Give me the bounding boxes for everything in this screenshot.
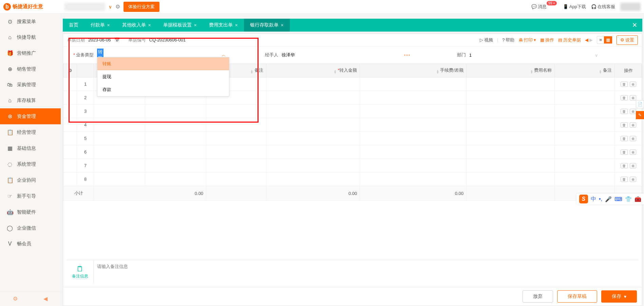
table-row[interactable]: 6🗑⊕ — [63, 145, 642, 159]
operate-link[interactable]: ▦操作 — [540, 37, 554, 43]
close-all-tabs-icon[interactable]: ✕ — [627, 21, 642, 29]
tab-4[interactable]: 费用支出单✕ — [203, 19, 244, 32]
table-row[interactable]: 4🗑⊕ — [63, 118, 642, 132]
add-row-icon[interactable]: ⊕ — [630, 136, 636, 141]
more-dots-icon[interactable]: ••• — [404, 53, 411, 58]
delete-row-icon[interactable]: 🗑 — [621, 136, 628, 141]
tab-3[interactable]: 单据模板设置✕ — [157, 19, 203, 32]
sidebar-item-6[interactable]: ⊛资金管理 — [0, 108, 61, 124]
next-arrow-icon[interactable]: ▶ — [589, 37, 593, 42]
online-service-link[interactable]: 🎧 在线客服 — [591, 4, 615, 10]
tab-0[interactable]: 首页 — [63, 19, 84, 32]
sidebar-item-7[interactable]: 📋经营管理 — [0, 124, 61, 140]
ime-lang[interactable]: 中 — [591, 196, 596, 203]
th-gear[interactable]: ⚙ — [63, 64, 77, 77]
messages-link[interactable]: 💬 消息 99 + — [531, 4, 558, 10]
tab-close-icon[interactable]: ✕ — [235, 23, 238, 28]
add-row-icon[interactable]: ⊕ — [630, 163, 636, 168]
prev-arrow-icon[interactable]: ◀ — [585, 37, 588, 42]
sidebar-item-9[interactable]: ◌系统管理 — [0, 156, 61, 172]
sidebar-item-13[interactable]: ◯企业微信 — [0, 220, 61, 236]
help-link[interactable]: ?帮助 — [502, 37, 514, 43]
delete-row-icon[interactable]: 🗑 — [621, 122, 628, 128]
dept-input-wrap[interactable]: 1 ∨ — [469, 51, 598, 59]
discard-button[interactable]: 放弃 — [523, 290, 553, 303]
sidebar-item-12[interactable]: 🤖智能硬件 — [0, 204, 61, 220]
biz-type-input-wrap[interactable]: 转账 ︿ 转账 提现 存款 — [97, 49, 226, 62]
view-grid-icon[interactable]: ▦ — [604, 36, 612, 43]
sidebar-item-8[interactable]: ▦基础信息 — [0, 140, 61, 156]
tab-2[interactable]: 其他收入单✕ — [116, 19, 157, 32]
sidebar-item-0[interactable]: ⊙搜索菜单 — [0, 14, 61, 30]
delete-row-icon[interactable]: 🗑 — [621, 149, 628, 155]
th-fee[interactable]: ▲▼手续费/差额 — [360, 64, 467, 77]
dept-value[interactable]: 1 — [469, 51, 595, 59]
dropdown-option-transfer[interactable]: 转账 — [97, 57, 229, 70]
tab-1[interactable]: 付款单✕ — [84, 19, 116, 32]
sidebar-item-14[interactable]: V畅会员 — [0, 236, 61, 252]
sidebar-settings-icon[interactable]: ⚙ — [0, 291, 31, 306]
float-doc-icon[interactable]: 📄 — [636, 100, 644, 108]
sidebar-item-4[interactable]: 🛍采购管理 — [0, 77, 61, 93]
add-row-icon[interactable]: ⊕ — [630, 95, 636, 101]
add-row-icon[interactable]: ⊕ — [630, 122, 636, 128]
app-download-link[interactable]: 📱 App下载 — [563, 4, 586, 10]
remarks-label-block: 🗒 备注信息 — [67, 260, 94, 284]
add-row-icon[interactable]: ⊕ — [630, 109, 636, 114]
table-row[interactable]: 3🗑⊕ — [63, 105, 642, 118]
th-fee-name[interactable]: ▲▼费用名称 — [467, 64, 555, 77]
sidebar-collapse-icon[interactable]: ◀ — [31, 291, 61, 306]
tab-close-icon[interactable]: ✕ — [194, 23, 197, 28]
save-draft-button[interactable]: 保存草稿 — [557, 290, 597, 303]
tab-close-icon[interactable]: ✕ — [281, 23, 284, 28]
ime-skin-icon[interactable]: 👕 — [625, 196, 632, 202]
sidebar-item-11[interactable]: ☞新手引导 — [0, 188, 61, 204]
add-row-icon[interactable]: ⊕ — [630, 82, 636, 87]
dropdown-option-deposit[interactable]: 存款 — [97, 83, 229, 96]
settings-gear-icon[interactable]: ⚙ — [115, 3, 120, 10]
remarks-input[interactable] — [94, 260, 639, 284]
video-link[interactable]: ▷视频 — [480, 37, 493, 43]
handler-value[interactable]: 徐泽华 — [282, 51, 404, 59]
date-value[interactable]: 2023-06-06 — [88, 37, 111, 42]
table-row[interactable]: 7🗑⊕ — [63, 159, 642, 173]
th-in-amount[interactable]: ▲▼*转入金额 — [266, 64, 360, 77]
ime-logo-icon[interactable]: S — [579, 195, 588, 203]
add-row-icon[interactable]: ⊕ — [630, 149, 636, 155]
sidebar-item-3[interactable]: ⊕销售管理 — [0, 61, 61, 77]
add-row-icon[interactable]: ⊕ — [630, 177, 636, 182]
view-list-icon[interactable]: ≡ — [597, 36, 604, 43]
ime-keyboard-icon[interactable]: ⌨ — [614, 196, 622, 202]
tab-close-icon[interactable]: ✕ — [107, 23, 110, 28]
ime-punct-icon[interactable]: •, — [599, 196, 602, 202]
dropdown-option-withdraw[interactable]: 提现 — [97, 70, 229, 83]
print-link[interactable]: 🖶打印▾ — [518, 37, 536, 43]
delete-row-icon[interactable]: 🗑 — [621, 95, 628, 101]
delete-row-icon[interactable]: 🗑 — [621, 177, 628, 182]
handler-input-wrap[interactable]: 徐泽华 ••• — [282, 51, 411, 59]
chevron-down-icon[interactable]: ∨ — [595, 53, 598, 58]
user-avatar-blurred[interactable] — [620, 3, 641, 11]
tab-close-icon[interactable]: ✕ — [148, 23, 151, 28]
sidebar-item-10[interactable]: 📋企业协同 — [0, 172, 61, 188]
delete-row-icon[interactable]: 🗑 — [621, 163, 628, 168]
table-row[interactable]: 5🗑⊕ — [63, 132, 642, 145]
ime-tool-icon[interactable]: 🧰 — [634, 196, 641, 202]
settings-button[interactable]: ⚙设置 — [617, 35, 638, 45]
table-row[interactable]: 8🗑⊕ — [63, 173, 642, 186]
sidebar-item-1[interactable]: ⌂快捷导航 — [0, 30, 61, 45]
th-remarks2[interactable]: ▲▼备注 — [555, 64, 615, 77]
ime-mic-icon[interactable]: 🎤 — [605, 196, 612, 202]
delete-row-icon[interactable]: 🗑 — [621, 82, 628, 87]
sidebar-item-2[interactable]: 🎁营销推广 — [0, 45, 61, 61]
calendar-icon[interactable]: 📅 — [114, 37, 120, 42]
history-link[interactable]: ▤历史单据 — [558, 37, 581, 43]
save-button[interactable]: 保存▾ — [601, 290, 637, 303]
tab-5[interactable]: 银行存取款单✕ — [244, 19, 290, 32]
float-edit-icon[interactable]: ✎ — [636, 111, 644, 119]
trial-button[interactable]: 体验行业方案 — [124, 2, 159, 12]
sidebar-item-5[interactable]: ⌂库存核算 — [0, 93, 61, 108]
delete-row-icon[interactable]: 🗑 — [621, 109, 628, 114]
org-dropdown-icon[interactable]: ∨ — [109, 4, 112, 10]
sidebar-icon: 📋 — [7, 177, 13, 183]
